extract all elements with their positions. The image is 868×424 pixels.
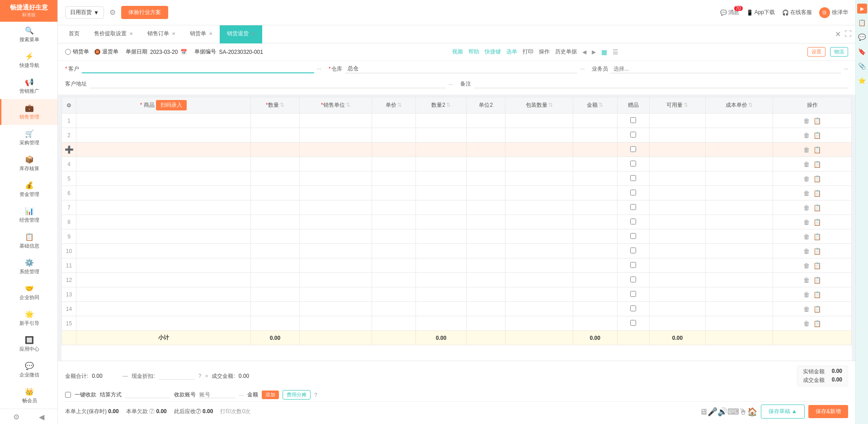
product-cell-4[interactable] [76, 157, 251, 172]
sales-unit-cell-9[interactable] [299, 229, 372, 244]
unit-price-cell-5[interactable] [372, 172, 416, 186]
product-cell-6[interactable] [76, 186, 251, 200]
delete-btn-5[interactable]: 🗑 [802, 175, 811, 182]
product-cell-10[interactable] [76, 244, 251, 258]
gift-cell-14[interactable] [617, 302, 650, 316]
sidebar-item-finance[interactable]: 💰资金管理 [0, 176, 57, 202]
save-draft-btn[interactable]: 保存草稿 ▲ [761, 405, 805, 419]
amount-cell-10[interactable] [573, 244, 617, 258]
qty2-cell-8[interactable] [416, 215, 467, 229]
amount-cell-8[interactable] [573, 215, 617, 229]
qty2-cell-5[interactable] [416, 172, 467, 186]
copy-btn-11[interactable]: 📋 [812, 262, 822, 269]
right-panel-icon-3[interactable]: 🔖 [858, 46, 866, 57]
amount-cell-14[interactable] [573, 302, 617, 316]
action-cell-3[interactable]: 🗑📋 [773, 143, 852, 157]
unit-price-cell-3[interactable] [372, 143, 416, 157]
package-qty-cell-13[interactable] [505, 287, 573, 302]
delete-btn-1[interactable]: 🗑 [802, 117, 811, 124]
amount-cell-7[interactable] [573, 200, 617, 215]
quantity-cell-9[interactable] [251, 229, 300, 244]
right-panel-icon-1[interactable]: 📋 [858, 17, 866, 28]
qty2-cell-11[interactable] [416, 258, 467, 273]
quantity-cell-14[interactable] [251, 302, 300, 316]
cost-price-cell-5[interactable] [705, 172, 773, 186]
list-view-icon[interactable]: ☰ [613, 48, 618, 56]
unit2-cell-4[interactable] [467, 157, 505, 172]
cost-price-cell-15[interactable] [705, 316, 773, 331]
available-cell-7[interactable] [650, 200, 706, 215]
sales-unit-cell-7[interactable] [299, 200, 372, 215]
unit-price-cell-15[interactable] [372, 316, 416, 331]
sidebar-item-apps[interactable]: 🔲应用中心 [0, 331, 57, 357]
delete-btn-15[interactable]: 🗑 [802, 320, 811, 327]
unit-price-cell-7[interactable] [372, 200, 416, 215]
qty2-cell-13[interactable] [416, 287, 467, 302]
unit-price-cell-9[interactable] [372, 229, 416, 244]
settlement-input[interactable] [125, 391, 170, 398]
delete-btn-8[interactable]: 🗑 [802, 219, 811, 226]
salesperson-dots[interactable]: ··· [844, 66, 848, 72]
cost-price-cell-12[interactable] [705, 273, 773, 287]
gift-cell-2[interactable] [617, 128, 650, 143]
copy-btn-12[interactable]: 📋 [812, 276, 822, 284]
package-qty-cell-8[interactable] [505, 215, 573, 229]
tab-close-sales-return[interactable]: ✕ [251, 31, 255, 36]
package-qty-cell-4[interactable] [505, 157, 573, 172]
package-qty-cell-10[interactable] [505, 244, 573, 258]
table-gear-icon[interactable]: ⚙ [66, 102, 71, 109]
scan-btn[interactable]: 扫码录入 [156, 100, 187, 110]
collapse-icon[interactable]: ◀ [39, 413, 44, 421]
package-qty-cell-12[interactable] [505, 273, 573, 287]
quantity-cell-8[interactable] [251, 215, 300, 229]
cost-price-cell-3[interactable] [705, 143, 773, 157]
right-panel-icon-4[interactable]: 📎 [858, 61, 866, 71]
quantity-cell-3[interactable] [251, 143, 300, 157]
available-cell-8[interactable] [650, 215, 706, 229]
gift-checkbox-3[interactable] [630, 146, 636, 152]
quantity-cell-13[interactable] [251, 287, 300, 302]
sidebar-item-member[interactable]: 👑畅会员 [0, 383, 57, 409]
gift-checkbox-6[interactable] [630, 190, 636, 195]
action-cell-8[interactable]: 🗑📋 [773, 215, 852, 229]
cost-price-cell-9[interactable] [705, 229, 773, 244]
gift-checkbox-2[interactable] [630, 132, 636, 138]
sales-unit-cell-13[interactable] [299, 287, 372, 302]
cost-price-cell-13[interactable] [705, 287, 773, 302]
delete-btn-13[interactable]: 🗑 [802, 291, 811, 298]
prev-record-icon[interactable]: ◀ [582, 49, 586, 55]
experience-btn[interactable]: 体验行业方案 [121, 6, 168, 19]
amount-cell-3[interactable] [573, 143, 617, 157]
close-tab-icon[interactable]: ✕ [835, 30, 841, 38]
sidebar-item-operations[interactable]: 📊经营管理 [0, 202, 57, 228]
sales-unit-cell-2[interactable] [299, 128, 372, 143]
package-qty-cell-1[interactable] [505, 114, 573, 128]
tab-sales-return[interactable]: 销货退货✕ [220, 25, 262, 43]
gift-checkbox-5[interactable] [630, 175, 636, 181]
qty2-cell-4[interactable] [416, 157, 467, 172]
product-cell-12[interactable] [76, 273, 251, 287]
available-cell-10[interactable] [650, 244, 706, 258]
radio-return[interactable]: 退货单 [94, 48, 118, 56]
action-cell-11[interactable]: 🗑📋 [773, 258, 852, 273]
sidebar-item-shortcut[interactable]: ⚡快捷导航 [0, 48, 57, 73]
available-cell-9[interactable] [650, 229, 706, 244]
amount-cell-1[interactable] [573, 114, 617, 128]
unit2-cell-9[interactable] [467, 229, 505, 244]
sales-unit-cell-12[interactable] [299, 273, 372, 287]
cost-price-cell-11[interactable] [705, 258, 773, 273]
unit2-cell-10[interactable] [467, 244, 505, 258]
doc-operate-link[interactable]: 操作 [539, 48, 550, 56]
cost-price-cell-1[interactable] [705, 114, 773, 128]
quantity-cell-10[interactable] [251, 244, 300, 258]
account-input[interactable] [199, 391, 236, 398]
sidebar-item-search[interactable]: 🔍搜索菜单 [0, 22, 57, 48]
cost-price-cell-4[interactable] [705, 157, 773, 172]
product-cell-3[interactable] [76, 143, 251, 157]
qty2-cell-14[interactable] [416, 302, 467, 316]
copy-btn-6[interactable]: 📋 [812, 190, 822, 197]
sales-unit-cell-14[interactable] [299, 302, 372, 316]
gift-checkbox-12[interactable] [630, 276, 636, 282]
product-cell-13[interactable] [76, 287, 251, 302]
copy-btn-8[interactable]: 📋 [812, 219, 822, 226]
